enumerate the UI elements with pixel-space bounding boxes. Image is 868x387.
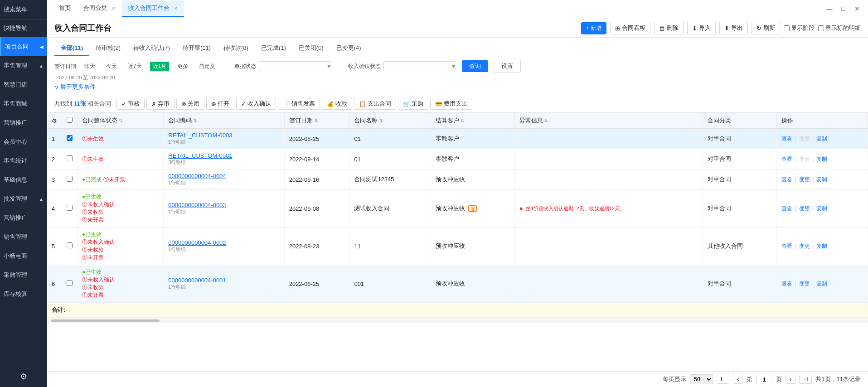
view-button[interactable]: 查看 — [781, 205, 792, 212]
show-details-input[interactable] — [818, 25, 824, 31]
first-page-button[interactable]: ⊢ — [717, 375, 729, 384]
sort-name-icon[interactable]: ⇅ — [379, 118, 383, 123]
sales-invoice-button[interactable]: 📄 销售发票 — [278, 98, 320, 110]
row-check-input[interactable] — [67, 242, 73, 248]
row-check-input[interactable] — [67, 135, 73, 141]
view-button[interactable]: 查看 — [781, 135, 792, 142]
contract-code-link[interactable]: 0000000000004-0001 — [168, 277, 279, 284]
sidebar-item-ecommerce[interactable]: 小畅电商 — [0, 247, 47, 266]
sidebar-item-project-contract[interactable]: 项目合同 ◀ — [0, 37, 47, 56]
sidebar-item-marketing[interactable]: 营销推广 — [0, 113, 47, 132]
date-btn-more[interactable]: 更多 — [175, 62, 191, 71]
col-settings[interactable]: ⚙ — [47, 113, 62, 129]
tab-home[interactable]: 首页 — [53, 0, 77, 17]
tab-close-income-contract[interactable]: ✕ — [174, 5, 178, 11]
row-checkbox[interactable] — [62, 169, 78, 190]
row-checkbox[interactable] — [62, 129, 78, 149]
sidebar-item-inventory[interactable]: 库存核算 — [0, 285, 47, 304]
contract-code-link[interactable]: 0000000000004-0004 — [168, 173, 279, 179]
change-button[interactable]: 变更 — [799, 156, 810, 162]
change-button[interactable]: 变更 — [799, 176, 810, 183]
page-size-select[interactable]: 50 10 20 100 — [690, 374, 713, 384]
horizontal-scrollbar[interactable] — [47, 318, 868, 323]
sidebar-search[interactable]: 搜索菜单 — [0, 0, 47, 19]
contract-code-link[interactable]: 0000000000004-0002 — [168, 239, 279, 246]
row-check-input[interactable] — [67, 205, 73, 211]
change-button[interactable]: 变更 — [799, 243, 810, 249]
filter-tab-pending-income[interactable]: 待收入确认(7) — [127, 41, 176, 56]
scrollbar-thumb[interactable] — [51, 319, 160, 322]
filter-tab-pending-review[interactable]: 待审核(2) — [89, 41, 127, 56]
date-btn-7days[interactable]: 近7天 — [125, 62, 145, 71]
cancel-review-button[interactable]: ✗ 弃审 — [146, 98, 175, 110]
date-btn-1month[interactable]: 近1月 — [150, 62, 170, 71]
row-check-input[interactable] — [67, 155, 73, 161]
row-checkbox[interactable] — [62, 190, 78, 227]
sidebar-item-retail-mall[interactable]: 零售商城 — [0, 94, 47, 113]
purchase-button[interactable]: 🛒 采购 — [398, 98, 428, 110]
sidebar-item-sales-mgmt[interactable]: 销售管理 — [0, 227, 47, 247]
filter-tab-pending-invoice[interactable]: 待开票(11) — [176, 41, 217, 56]
row-checkbox[interactable] — [62, 265, 78, 303]
filter-tab-closed[interactable]: 已关闭(0) — [292, 41, 330, 56]
filter-tab-pending-payment[interactable]: 待收款(8) — [217, 41, 255, 56]
collection-button[interactable]: 💰 收款 — [322, 98, 352, 110]
open-contract-button[interactable]: ⊕ 打开 — [206, 98, 234, 110]
view-button[interactable]: 查看 — [781, 243, 792, 249]
prev-page-button[interactable]: ‹ — [733, 375, 743, 384]
sort-customer-icon[interactable]: ⇅ — [461, 118, 464, 123]
tab-contract-category[interactable]: 合同分类 ✕ — [77, 0, 122, 17]
copy-button[interactable]: 复制 — [816, 243, 827, 249]
sort-error-icon[interactable]: ⇅ — [544, 118, 548, 123]
sidebar-item-basic-info[interactable]: 基础信息 — [0, 170, 47, 189]
search-button[interactable]: 查询 — [462, 60, 488, 72]
sidebar-quick-nav[interactable]: 快捷导航 — [0, 19, 47, 37]
last-page-button[interactable]: ⊣ — [799, 375, 812, 384]
income-confirm-select[interactable] — [383, 61, 456, 71]
sort-status-icon[interactable]: ⇅ — [119, 118, 122, 123]
income-confirm-button[interactable]: ✓ 收入确认 — [236, 98, 276, 110]
copy-button[interactable]: 复制 — [816, 281, 827, 287]
maximize-button[interactable]: □ — [839, 4, 848, 13]
row-check-input[interactable] — [67, 280, 73, 286]
review-button[interactable]: ✓ 审核 — [116, 98, 145, 110]
copy-button[interactable]: 复制 — [816, 176, 827, 183]
import-button[interactable]: ⬇ 导入 — [687, 22, 716, 34]
show-details-checkbox[interactable]: 显示标的明细 — [818, 24, 861, 32]
new-button[interactable]: + 新增 — [581, 22, 606, 34]
row-checkbox[interactable] — [62, 227, 78, 265]
export-button[interactable]: ⬆ 导出 — [719, 22, 748, 34]
sort-code-icon[interactable]: ⇅ — [193, 118, 197, 123]
setting-button[interactable]: 设置 — [494, 60, 521, 73]
tab-close-contract-category[interactable]: ✕ — [112, 5, 116, 11]
refresh-button[interactable]: ↻ 刷新 — [752, 22, 780, 34]
copy-button[interactable]: 复制 — [816, 156, 827, 162]
filter-tab-changed[interactable]: 已变更(4) — [330, 41, 368, 56]
date-btn-yesterday[interactable]: 昨天 — [82, 62, 98, 71]
contract-code-link[interactable]: RETAIL_CUSTOM-0003 — [168, 132, 279, 139]
copy-button[interactable]: 复制 — [816, 135, 827, 142]
tab-income-contract[interactable]: 收入合同工作台 ✕ — [122, 0, 184, 17]
page-number-input[interactable] — [756, 375, 772, 384]
date-btn-today[interactable]: 今天 — [103, 62, 120, 71]
row-checkbox[interactable] — [62, 149, 78, 169]
close-button[interactable]: ✕ — [852, 4, 863, 13]
view-button[interactable]: 查看 — [781, 156, 792, 162]
minimize-button[interactable]: — — [824, 4, 835, 13]
delete-button[interactable]: 🗑 删除 — [654, 22, 684, 34]
view-button[interactable]: 查看 — [781, 281, 792, 287]
next-page-button[interactable]: › — [786, 375, 795, 384]
sidebar-item-member-center[interactable]: 会员中心 — [0, 132, 47, 151]
sidebar-item-retail-stats[interactable]: 零售统计 — [0, 151, 47, 170]
change-button[interactable]: 变更 — [799, 135, 810, 142]
select-all-checkbox[interactable] — [67, 117, 73, 123]
expand-conditions-button[interactable]: ∨ 展开更多条件 — [54, 83, 861, 91]
sidebar-item-smart-store[interactable]: 智慧门店 — [0, 75, 47, 94]
contract-code-link[interactable]: RETAIL_CUSTOM-0001 — [168, 152, 279, 159]
doc-status-select[interactable] — [259, 61, 331, 71]
view-button[interactable]: 查看 — [781, 176, 792, 183]
sidebar-item-purchase-mgmt[interactable]: 采购管理 — [0, 266, 47, 285]
close-contract-button[interactable]: ⊗ 关闭 — [176, 98, 204, 110]
show-fields-input[interactable] — [784, 25, 790, 31]
kanban-button[interactable]: ⊞ 合同看板 — [610, 22, 650, 34]
